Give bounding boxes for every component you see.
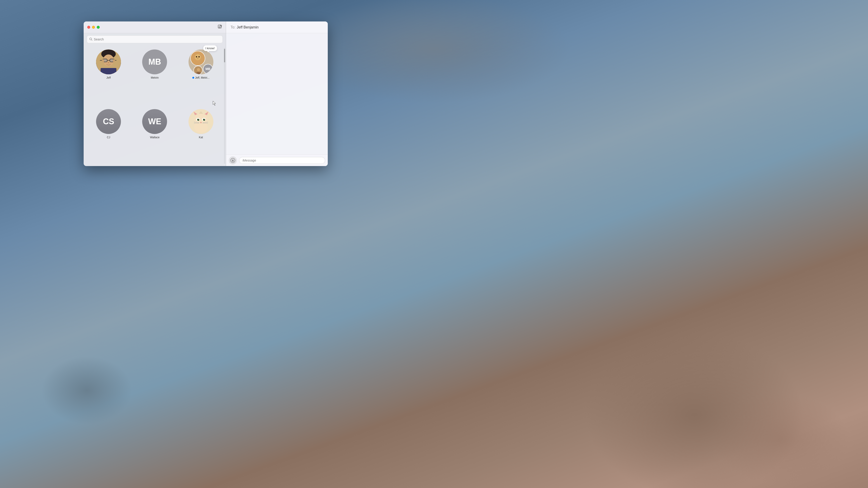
cj-initials: CS [103,117,114,126]
contact-name-wallace: Wallace [150,136,159,139]
app-store-icon: A [230,158,235,163]
svg-point-14 [102,59,104,62]
contact-name-cj: CJ [107,136,110,139]
melvin-initials: MB [148,57,161,67]
avatar-wallace: WE [142,109,167,134]
svg-point-20 [197,58,198,59]
contact-item-kat[interactable]: Kat [178,107,223,164]
wallace-initials: WE [148,117,161,126]
title-bar [84,22,226,33]
svg-point-17 [195,54,201,60]
scrollbar[interactable] [224,48,225,164]
svg-point-19 [198,56,200,58]
right-title-bar: To: Jeff Benjamin [226,22,328,33]
group-mb-initials: MB [206,67,211,71]
svg-line-3 [92,39,92,40]
svg-rect-13 [101,68,116,74]
group-photo-main [190,51,205,66]
scrollbar-thumb[interactable] [224,49,225,62]
contact-item-wallace[interactable]: WE Wallace [132,107,177,164]
contact-item-melvin[interactable]: MB Melvin [132,47,177,105]
message-input-bar: A [226,154,328,166]
scrollbar-track [224,48,225,164]
messages-window: Jeff MB Melvin I know! [84,22,328,166]
compose-button[interactable] [218,24,222,30]
left-panel: Jeff MB Melvin I know! [84,22,226,166]
avatar-cj: CS [96,109,121,134]
close-button[interactable] [87,26,90,29]
imessage-input[interactable] [239,157,325,164]
group-mb-badge: MB [203,64,213,74]
kat-kitten-svg [188,109,213,134]
svg-point-15 [113,59,115,62]
contact-item-jeff[interactable]: Jeff [86,47,131,105]
group-name-text: Jeff, Melvi... [195,76,210,79]
to-label: To: [230,25,235,29]
contact-item-cj[interactable]: CS CJ [86,107,131,164]
avatar-circle-wallace: WE [142,109,167,134]
maximize-button[interactable] [97,26,100,29]
svg-point-12 [107,62,110,63]
search-bar[interactable] [87,35,223,43]
contact-item-group[interactable]: I know! [178,47,223,105]
contact-name-jeff: Jeff [106,76,111,79]
contact-name-group: Jeff, Melvi... [192,76,210,79]
compose-icon [218,24,222,29]
avatar-circle-jeff [96,50,121,74]
right-panel: To: Jeff Benjamin A [226,22,328,166]
contacts-grid: Jeff MB Melvin I know! [84,45,226,166]
group-person-badge [193,66,203,74]
svg-point-22 [197,68,200,71]
svg-point-18 [196,56,197,58]
window-controls [87,26,100,29]
search-icon [89,37,92,41]
app-store-button[interactable]: A [229,156,237,164]
avatar-melvin: MB [142,50,167,74]
tooltip-bubble: I know! [203,45,217,51]
avatar-kat [188,109,213,134]
contact-name-kat: Kat [199,136,203,139]
message-area [226,33,328,154]
jeff-avatar-svg [96,50,121,74]
group-cat-svg [191,51,205,66]
avatar-group: I know! [188,50,213,74]
avatar-circle-melvin: MB [142,50,167,74]
search-input[interactable] [94,37,220,41]
svg-point-37 [198,119,199,120]
jeff-photo [96,50,121,74]
group-avatar-circle: MB [188,50,213,74]
search-container [84,33,226,45]
avatar-jeff [96,50,121,74]
avatar-circle-kat [188,109,213,134]
svg-point-38 [204,119,205,120]
group-person-svg [194,66,203,74]
minimize-button[interactable] [92,26,95,29]
avatar-circle-cj: CS [96,109,121,134]
to-name: Jeff Benjamin [237,25,258,29]
contact-name-melvin: Melvin [151,76,159,79]
svg-text:A: A [232,159,234,162]
unread-dot [192,77,194,78]
